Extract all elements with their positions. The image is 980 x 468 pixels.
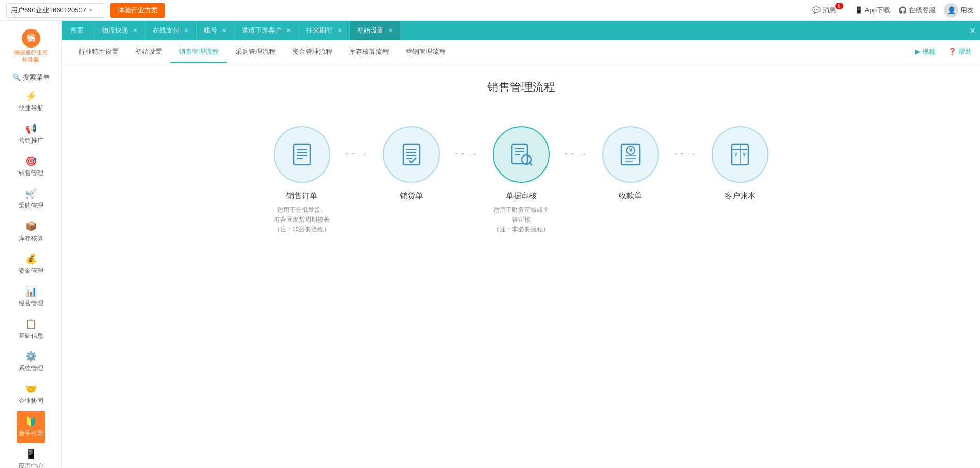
sidebar-item-basic-info[interactable]: 📋基础信息 — [17, 313, 45, 346]
nav-tab-invite[interactable]: 邀请下游客户✕ — [234, 21, 299, 40]
svg-rect-10 — [512, 144, 527, 164]
flow-circle-doc-review — [493, 126, 550, 183]
marketing-promo-icon: 📢 — [25, 123, 37, 134]
user-name: 用友 — [960, 6, 974, 15]
video-icon: ▶ — [915, 48, 920, 55]
sub-tabs: 行业特性设置初始设置销售管理流程采购管理流程资金管理流程库存核算流程营销管理流程… — [62, 40, 980, 63]
sidebar-item-new-guide[interactable]: 🔰新手引导 — [17, 411, 45, 443]
online-service-btn[interactable]: 🎧 在线客服 — [898, 6, 936, 15]
sub-tabs-items: 行业特性设置初始设置销售管理流程采购管理流程资金管理流程库存核算流程营销管理流程 — [70, 40, 454, 63]
flow-item-customer-ledger[interactable]: ¥ ¥ 客户账本 — [699, 126, 781, 205]
nav-tab-close-init-settings[interactable]: ✕ — [388, 27, 393, 34]
flow-arrow-2: - - → — [455, 126, 477, 160]
sub-tab-label-sales-flow: 销售管理流程 — [179, 47, 219, 56]
nav-tab-home[interactable]: 首页 — [66, 21, 94, 40]
nav-tab-logistics[interactable]: 物流快递✕ — [94, 21, 146, 40]
svg-text:¥: ¥ — [629, 147, 633, 154]
sub-tab-sales-flow[interactable]: 销售管理流程 — [170, 40, 227, 63]
sidebar-item-system-mgmt[interactable]: ⚙️系统管理 — [17, 346, 45, 378]
help-icon: ❓ — [948, 48, 956, 55]
help-link[interactable]: ❓ 帮助 — [948, 47, 972, 56]
sub-tab-label-init: 初始设置 — [135, 47, 162, 56]
nav-tab-label-period-init: 往来期初 — [306, 26, 333, 35]
flow-circle-sales-invoice — [383, 126, 440, 183]
message-badge: 6 — [835, 3, 843, 9]
sidebar-logo[interactable]: 畅 畅捷通好生意 标准版 — [14, 25, 48, 70]
message-btn[interactable]: 💬 消息 6 — [812, 6, 846, 15]
try-button[interactable]: 体验行业方案 — [110, 3, 165, 18]
quick-nav-label: 快捷导航 — [19, 104, 43, 113]
app-label: App下载 — [865, 6, 890, 15]
top-bar-right: 💬 消息 6 📱 App下载 🎧 在线客服 👤 用友 — [812, 3, 974, 18]
flow-arrow-4: - - → — [674, 126, 697, 160]
nav-tab-label-init-settings: 初始设置 — [357, 26, 384, 35]
sidebar-item-inventory[interactable]: 📦库存核算 — [17, 215, 45, 248]
flow-name-sales-invoice: 销货单 — [400, 191, 423, 201]
nav-tab-close-logistics[interactable]: ✕ — [133, 27, 138, 34]
user-menu-btn[interactable]: 👤 用友 — [944, 3, 974, 18]
marketing-promo-label: 营销推广 — [19, 136, 43, 145]
top-bar: 用户690企业1660120507 ▼ 体验行业方案 💬 消息 6 📱 App下… — [0, 0, 980, 21]
nav-tab-close-payment[interactable]: ✕ — [184, 27, 189, 34]
avatar: 👤 — [944, 3, 958, 18]
nav-tab-init-settings[interactable]: 初始设置✕ — [350, 21, 401, 40]
help-label: 帮助 — [958, 47, 972, 56]
sub-tabs-right: ▶ 视频 ❓ 帮助 — [915, 47, 972, 56]
flow-arrow-1: - - → — [345, 126, 368, 160]
system-mgmt-icon: ⚙️ — [25, 351, 37, 362]
nav-tab-account[interactable]: 账号✕ — [197, 21, 234, 40]
sidebar-item-app-center[interactable]: 📱应用中心 — [17, 443, 45, 468]
sidebar-item-sales-mgmt[interactable]: 🎯销售管理 — [17, 150, 45, 183]
logo-text: 畅捷通好生意 标准版 — [14, 49, 48, 64]
purchase-mgmt-label: 采购管理 — [19, 201, 43, 210]
sub-tab-industry[interactable]: 行业特性设置 — [70, 40, 127, 63]
sidebar-item-business-mgmt[interactable]: 📊经营管理 — [17, 280, 45, 313]
search-label: 搜索菜单 — [23, 73, 50, 82]
sub-tab-purchase-flow[interactable]: 采购管理流程 — [227, 40, 284, 63]
new-guide-label: 新手引导 — [19, 429, 43, 438]
sidebar-item-marketing-promo[interactable]: 📢营销推广 — [17, 118, 45, 150]
video-link[interactable]: ▶ 视频 — [915, 47, 936, 56]
page-title: 销售管理流程 — [78, 80, 963, 95]
sub-tab-marketing-flow[interactable]: 营销管理流程 — [397, 40, 454, 63]
business-mgmt-icon: 📊 — [25, 286, 37, 297]
svg-text:¥: ¥ — [734, 152, 738, 158]
content-area: 行业特性设置初始设置销售管理流程采购管理流程资金管理流程库存核算流程营销管理流程… — [62, 40, 980, 468]
sidebar-item-quick-nav[interactable]: ⚡快捷导航 — [17, 85, 45, 118]
nav-tab-period-init[interactable]: 往来期初✕ — [299, 21, 350, 40]
nav-tab-close-period-init[interactable]: ✕ — [337, 27, 342, 34]
sub-tab-inventory-flow[interactable]: 库存核算流程 — [341, 40, 397, 63]
sub-tab-fund-flow[interactable]: 资金管理流程 — [284, 40, 341, 63]
flow-item-sales-order[interactable]: 销售订单适用于分批发货、有合同发货周期较长（注：非必要流程） — [261, 126, 343, 235]
quick-nav-icon: ⚡ — [25, 90, 37, 102]
close-all-tabs-btn[interactable]: ✕ — [969, 26, 976, 36]
basic-info-label: 基础信息 — [19, 332, 43, 340]
sidebar-items: ⚡快捷导航📢营销推广🎯销售管理🛒采购管理📦库存核算💰资金管理📊经营管理📋基础信息… — [17, 85, 45, 468]
sidebar-item-enterprise-collab[interactable]: 🤝企业协同 — [17, 378, 45, 411]
sidebar-item-purchase-mgmt[interactable]: 🛒采购管理 — [17, 183, 45, 215]
fund-mgmt-label: 资金管理 — [19, 267, 43, 275]
flow-item-doc-review[interactable]: 单据审核适用于财务审核或主管审核（注：非必要流程） — [480, 126, 563, 235]
inventory-icon: 📦 — [25, 221, 37, 232]
svg-line-15 — [529, 163, 532, 165]
business-mgmt-label: 经营管理 — [19, 299, 43, 308]
app-center-icon: 📱 — [25, 448, 37, 460]
flow-name-doc-review: 单据审核 — [506, 191, 537, 201]
flow-desc-doc-review: 适用于财务审核或主管审核（注：非必要流程） — [493, 205, 549, 235]
nav-tab-close-account[interactable]: ✕ — [221, 27, 227, 34]
flow-desc-sales-order: 适用于分批发货、有合同发货周期较长（注：非必要流程） — [274, 205, 330, 235]
sub-tab-init[interactable]: 初始设置 — [127, 40, 170, 63]
user-selector[interactable]: 用户690企业1660120507 ▼ — [6, 3, 106, 18]
nav-tab-close-invite[interactable]: ✕ — [286, 27, 291, 34]
nav-tab-payment[interactable]: 在线支付✕ — [146, 21, 197, 40]
sidebar-item-fund-mgmt[interactable]: 💰资金管理 — [17, 248, 45, 280]
nav-tabs: 首页物流快递✕在线支付✕账号✕邀请下游客户✕往来期初✕初始设置✕ ✕ — [62, 21, 980, 40]
app-download-btn[interactable]: 📱 App下载 — [855, 6, 890, 15]
flow-circle-customer-ledger: ¥ ¥ — [712, 126, 768, 183]
sub-tab-label-industry: 行业特性设置 — [78, 47, 119, 56]
message-label: 消息 — [823, 6, 836, 15]
flow-item-receipt[interactable]: ¥ ¥ 收款单 — [589, 126, 672, 205]
flow-item-sales-invoice[interactable]: 销货单 — [370, 126, 453, 205]
sidebar-search[interactable]: 🔍 搜索菜单 — [0, 70, 61, 85]
main: 首页物流快递✕在线支付✕账号✕邀请下游客户✕往来期初✕初始设置✕ ✕ 行业特性设… — [62, 21, 980, 468]
